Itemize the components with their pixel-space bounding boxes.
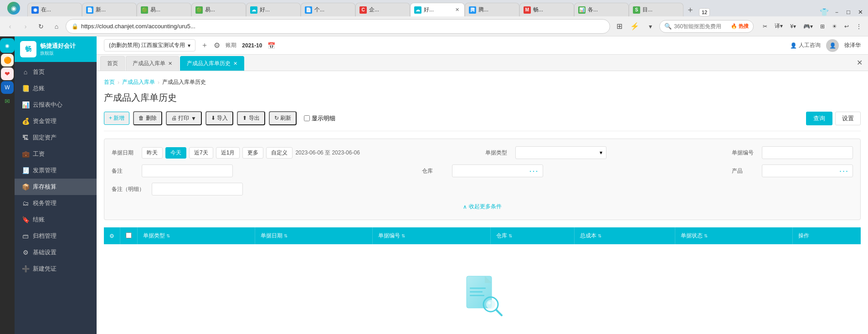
date-btn-today[interactable]: 今天 <box>165 147 186 159</box>
company-settings-button[interactable]: ⚙ <box>214 41 220 50</box>
sidebar-item-tax[interactable]: 🗂 税务管理 <box>15 195 97 211</box>
close-button[interactable]: ✕ <box>856 8 864 16</box>
tab-2[interactable]: 📄 新... <box>82 3 137 16</box>
tab-10[interactable]: M 畅... <box>519 3 574 16</box>
th-date[interactable]: 单据日期 ⇅ <box>255 227 373 244</box>
tab-1[interactable]: ◉ 在... <box>27 3 82 16</box>
settings-button[interactable]: 设置 <box>835 112 861 125</box>
search-input[interactable] <box>674 23 729 30</box>
tab-5[interactable]: ☁ 好... <box>246 3 301 16</box>
tab-8[interactable]: ☁ 好... ✕ <box>410 3 465 16</box>
yuan-icon[interactable]: ¥▾ <box>787 22 799 31</box>
sidebar-item-fixed[interactable]: 🏗 固定资产 <box>15 129 97 146</box>
date-btn-yesterday[interactable]: 昨天 <box>142 147 163 159</box>
tab-7[interactable]: C 企... <box>355 3 410 16</box>
date-btn-more[interactable]: 更多 <box>242 147 263 159</box>
add-button[interactable]: + 新增 <box>104 112 129 125</box>
tab-3[interactable]: 🟢 易... <box>137 3 191 16</box>
page-tab-list-close[interactable]: ✕ <box>168 61 172 67</box>
icon-sidebar-item-2[interactable]: ❤ <box>1 67 14 80</box>
company-selector[interactable]: (勿删勿禁用) 江西服宝测试专用 ▾ <box>104 39 195 51</box>
export-button[interactable]: ⬆ 导出 <box>237 111 265 125</box>
tab-8-close[interactable]: ✕ <box>453 6 461 14</box>
date-btn-1month[interactable]: 近1月 <box>216 147 240 159</box>
add-company-button[interactable]: ＋ <box>201 41 208 50</box>
sidebar-item-settings[interactable]: ⚙ 基础设置 <box>15 244 97 261</box>
avatar[interactable]: 👤 <box>826 39 839 52</box>
undo-icon[interactable]: ↩ <box>842 22 852 31</box>
chevron-down-icon[interactable]: ▾ <box>644 20 657 33</box>
grid-icon[interactable]: ⊞ <box>817 22 827 31</box>
product-select[interactable]: ··· <box>762 164 853 177</box>
select-all-checkbox[interactable] <box>126 232 132 238</box>
sidebar-item-home[interactable]: ⌂ 首页 <box>15 64 97 80</box>
sidebar-item-archive[interactable]: 🗃 归档管理 <box>15 228 97 244</box>
sidebar-item-invoice[interactable]: 🧾 发票管理 <box>15 162 97 179</box>
lightning-icon[interactable]: ⚡ <box>628 20 641 33</box>
tab-11[interactable]: 📊 各... <box>574 3 629 16</box>
refresh-button[interactable]: ↻ <box>35 20 47 33</box>
close-panel-btn[interactable]: ✕ <box>851 58 868 67</box>
sidebar-item-ledger[interactable]: 📒 总账 <box>15 80 97 97</box>
page-tab-list[interactable]: 产成品入库单 ✕ <box>126 56 179 71</box>
tab-4[interactable]: 🟢 易... <box>191 3 246 16</box>
new-tab-button[interactable]: ＋ <box>683 3 697 16</box>
sun-icon[interactable]: ☀ <box>829 22 840 31</box>
page-tab-history[interactable]: 产成品入库单历史 ✕ <box>180 56 244 71</box>
tab-9[interactable]: 腾 腾... <box>465 3 519 16</box>
warehouse-select[interactable]: ··· <box>452 164 543 177</box>
translate-icon[interactable]: 译▾ <box>772 21 786 31</box>
icon-sidebar-item-4[interactable]: ✉ <box>1 95 14 108</box>
date-btn-7days[interactable]: 近7天 <box>189 147 213 159</box>
sidebar-item-payroll[interactable]: 💼 工资 <box>15 146 97 162</box>
ai-consultant-button[interactable]: 👤 人工咨询 <box>790 41 821 49</box>
calendar-icon[interactable]: 📅 <box>267 42 275 49</box>
minimize-button[interactable]: － <box>832 8 841 16</box>
sidebar-item-report[interactable]: 📊 云报表中心 <box>15 97 97 113</box>
remark-input[interactable] <box>142 164 233 177</box>
back-button[interactable]: ‹ <box>4 20 16 33</box>
game-icon[interactable]: 🎮▾ <box>801 22 816 31</box>
th-warehouse[interactable]: 仓库 ⇅ <box>490 227 574 244</box>
display-detail-checkbox[interactable] <box>304 115 310 121</box>
gear-settings-icon[interactable]: ⚙ <box>109 233 114 239</box>
browser-icon[interactable]: ◉ <box>7 2 20 15</box>
extension-grid[interactable]: ⊞ <box>613 20 626 33</box>
refresh-button[interactable]: ↻ 刷新 <box>269 111 297 125</box>
date-btn-custom[interactable]: 自定义 <box>266 147 293 159</box>
th-number[interactable]: 单据编号 ⇅ <box>373 227 490 244</box>
sidebar-item-finance[interactable]: 💰 资金管理 <box>15 113 97 129</box>
breadcrumb-list[interactable]: 产成品入库单 <box>122 78 155 86</box>
tab-12[interactable]: S 目... <box>629 3 683 16</box>
import-button[interactable]: ⬇ 导入 <box>205 111 233 125</box>
type-select[interactable]: ▾ <box>515 146 606 159</box>
th-type[interactable]: 单据类型 ⇅ <box>138 227 255 244</box>
number-input[interactable] <box>762 146 853 159</box>
search-box[interactable]: 🔍 🔥 热搜 <box>659 20 754 33</box>
query-button[interactable]: 查询 <box>806 112 832 125</box>
url-bar[interactable]: 🔒 https://cloud.chanjet.com/accounting/u… <box>66 19 610 34</box>
sidebar-item-newbill[interactable]: ➕ 新建凭证 <box>15 261 97 277</box>
delete-button[interactable]: 🗑 删除 <box>133 111 162 125</box>
th-gear[interactable]: ⚙ <box>104 227 120 244</box>
tab-counter[interactable]: 12 <box>699 8 710 16</box>
forward-button[interactable]: › <box>19 20 32 33</box>
page-tab-home[interactable]: 首页 <box>100 56 125 71</box>
th-status[interactable]: 单据状态 ⇅ <box>675 227 793 244</box>
sidebar-item-inventory[interactable]: 📦 库存核算 <box>15 179 97 195</box>
home-button[interactable]: ⌂ <box>50 20 63 33</box>
th-checkbox[interactable] <box>120 227 138 244</box>
print-button[interactable]: 🖨 打印 ▼ <box>166 111 202 125</box>
th-total-cost[interactable]: 总成本 ⇅ <box>574 227 675 244</box>
breadcrumb-home[interactable]: 首页 <box>104 78 115 86</box>
more-icon[interactable]: ⋮ <box>853 22 864 31</box>
icon-sidebar-home[interactable]: ◉ <box>0 38 15 53</box>
maximize-button[interactable]: □ <box>844 8 853 16</box>
icon-sidebar-item-3[interactable]: W <box>1 81 14 94</box>
tab-6[interactable]: 📄 个... <box>301 3 355 16</box>
scissors-icon[interactable]: ✂ <box>760 22 770 31</box>
page-tab-history-close[interactable]: ✕ <box>233 61 237 67</box>
collapse-button[interactable]: ∧ 收起更多条件 <box>112 201 853 212</box>
sidebar-item-settlement[interactable]: 🔖 结账 <box>15 211 97 228</box>
icon-sidebar-item-1[interactable]: 🟠 <box>1 54 14 67</box>
